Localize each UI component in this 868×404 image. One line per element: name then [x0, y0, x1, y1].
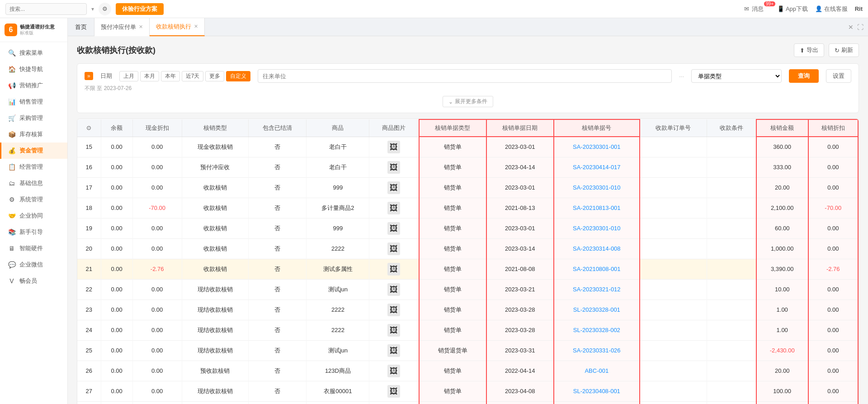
writeoff-bill-no-link[interactable]: ABC-001 [585, 367, 609, 374]
gear-button[interactable]: ⚙ [99, 3, 111, 15]
td-seq: 19 [77, 218, 101, 238]
wechat-icon: 💬 [8, 261, 16, 268]
sidebar-item-wechat[interactable]: 💬 企业微信 [0, 257, 67, 273]
message-label: 消息 [752, 5, 764, 12]
td-writeoff-discount: 0.00 [808, 137, 858, 157]
td-include-settled: 否 [249, 381, 307, 401]
sidebar-item-nav[interactable]: 🏠 快捷导航 [0, 61, 67, 77]
td-product: 多计量商品2 [307, 198, 369, 218]
expand-btn[interactable]: ⌄ 展开更多条件 [443, 96, 493, 107]
query-btn[interactable]: 查询 [789, 69, 819, 83]
from-unit-input[interactable] [258, 69, 672, 83]
td-writeoff-bill-type: 销货单 [419, 157, 486, 177]
td-receipt-condition [707, 198, 756, 218]
sidebar-item-marketing[interactable]: 📢 营销推广 [0, 77, 67, 94]
tab-prepay[interactable]: 预付冲应付单 ✕ [94, 18, 150, 36]
writeoff-bill-no-link[interactable]: SA-20210808-001 [573, 266, 621, 272]
sidebar-item-system[interactable]: ⚙ 系统管理 [0, 191, 67, 208]
date-btn-more[interactable]: 更多 [205, 71, 224, 81]
td-include-settled: 否 [249, 340, 307, 361]
tab-home[interactable]: 首页 [68, 18, 94, 36]
collab-icon: 🤝 [8, 212, 16, 219]
td-cash-discount: 0.00 [132, 218, 182, 238]
export-btn[interactable]: ⬆ 导出 [794, 43, 824, 57]
hardware-icon: 🖥 [8, 245, 16, 252]
writeoff-bill-no-link[interactable]: SL-20230328-002 [573, 327, 620, 333]
date-btn-this-month[interactable]: 本月 [140, 71, 159, 81]
writeoff-bill-no-link[interactable]: SA-20230314-008 [573, 245, 621, 252]
writeoff-bill-no-link[interactable]: SA-20230301-001 [573, 143, 621, 150]
td-balance: 0.00 [101, 238, 132, 259]
table-row: 22 0.00 0.00 现结收款核销 否 测试jun 🖼 销货单 2023-0… [77, 279, 858, 299]
td-writeoff-bill-type: 销货单 [419, 177, 486, 198]
th-product: 商品 [307, 119, 369, 137]
tab-close-writeoff[interactable]: ✕ [194, 24, 198, 29]
sidebar-item-sales[interactable]: 📊 销售管理 [0, 94, 67, 110]
date-btn-last-month[interactable]: 上月 [119, 71, 138, 81]
th-writeoff-bill-type: 核销单据类型 [419, 119, 486, 137]
td-receipt-condition [707, 137, 756, 157]
td-writeoff-bill-type: 销货单 [419, 259, 486, 279]
writeoff-bill-no-link[interactable]: SA-20230331-026 [573, 347, 621, 354]
writeoff-bill-no-link[interactable]: SA-20230414-017 [573, 164, 621, 171]
sales-icon: 📊 [8, 98, 16, 105]
date-label: 日期 [100, 72, 112, 80]
td-writeoff-bill-type: 销货单 [419, 401, 486, 404]
td-writeoff-type: 收款核销 [182, 238, 249, 259]
td-receipt-order-no [640, 299, 707, 320]
message-badge: 99+ [764, 1, 775, 6]
writeoff-bill-no-link[interactable]: SL-20230328-001 [573, 306, 620, 313]
refresh-btn[interactable]: ↻ 刷新 [829, 43, 859, 57]
writeoff-bill-no-link[interactable]: SA-20210813-001 [573, 204, 621, 211]
writeoff-bill-no-link[interactable]: SA-20230301-010 [573, 225, 621, 232]
td-seq: 15 [77, 137, 101, 157]
user-label[interactable]: Rit [855, 5, 863, 12]
app-download-link[interactable]: 📱 App下载 [777, 5, 808, 13]
sidebar-item-operations[interactable]: 📋 经营管理 [0, 159, 67, 175]
date-btn-custom[interactable]: 自定义 [226, 71, 250, 81]
sidebar-item-inventory[interactable]: 📦 库存核算 [0, 126, 67, 143]
message-icon-wrap[interactable]: ✉ 消息 99+ [744, 5, 770, 13]
td-writeoff-discount: 0.00 [808, 401, 858, 404]
close-window-icon[interactable]: ✕ [848, 24, 854, 31]
td-receipt-order-no [640, 157, 707, 177]
td-writeoff-bill-type: 销货退货单 [419, 340, 486, 361]
sidebar-item-collab[interactable]: 🤝 企业协同 [0, 208, 67, 224]
order-type-select[interactable]: 单据类型 [691, 69, 782, 83]
td-writeoff-bill-no: SA-20230414-017 [554, 157, 640, 177]
tab-close-prepay[interactable]: ✕ [139, 24, 143, 30]
chevron-down-icon: ⌄ [448, 99, 453, 105]
table-body: 15 0.00 0.00 现金收款核销 否 老白干 🖼 销货单 2023-03-… [77, 137, 858, 404]
settings-btn[interactable]: 设置 [826, 69, 851, 83]
td-include-settled: 否 [249, 177, 307, 198]
td-writeoff-amount: 100.00 [756, 381, 808, 401]
writeoff-bill-no-link[interactable]: SA-20230321-012 [573, 286, 621, 293]
date-btn-this-year[interactable]: 本年 [161, 71, 180, 81]
td-balance: 0.00 [101, 320, 132, 340]
date-buttons: 上月 本月 本年 近7天 更多 自定义 [119, 71, 251, 81]
sidebar-item-member[interactable]: V 畅会员 [0, 273, 67, 289]
maximize-icon[interactable]: ⛶ [857, 24, 863, 31]
sidebar-item-purchase[interactable]: 🛒 采购管理 [0, 110, 67, 126]
writeoff-bill-no-link[interactable]: SA-20230301-010 [573, 184, 621, 191]
industry-btn[interactable]: 休验行业方案 [116, 3, 164, 15]
online-service-link[interactable]: 👤 在线客服 [815, 5, 848, 13]
marketing-icon: 📢 [8, 82, 16, 89]
writeoff-bill-no-link[interactable]: SL-20230408-001 [573, 388, 620, 394]
tab-bar: 首页 预付冲应付单 ✕ 收款核销执行 ✕ ✕ ⛶ [68, 18, 868, 36]
sidebar-item-search[interactable]: 🔍 搜索菜单 [0, 45, 67, 61]
td-writeoff-bill-date: 2023-03-28 [486, 320, 554, 340]
td-writeoff-bill-type: 销货单 [419, 320, 486, 340]
expand-toggle[interactable]: » [85, 72, 93, 80]
sidebar-item-basics[interactable]: 🗂 基础信息 [0, 175, 67, 191]
td-product: 测试jun [307, 340, 369, 361]
sidebar-item-finance[interactable]: 💰 资金管理 [0, 143, 67, 159]
data-table: ⊙ 余额 现金折扣 核销类型 包含已结清 商品 商品图片 核销单据类型 核销单据… [77, 119, 859, 404]
sidebar-item-hardware[interactable]: 🖥 智能硬件 [0, 240, 67, 257]
dropdown-icon[interactable]: ▾ [91, 6, 94, 12]
date-btn-7days[interactable]: 近7天 [182, 71, 204, 81]
search-input[interactable] [5, 3, 87, 15]
page-header: 收款核销执行(按收款) ⬆ 导出 ↻ 刷新 [77, 43, 859, 57]
tab-writeoff[interactable]: 收款核销执行 ✕ [150, 18, 205, 36]
sidebar-item-guide[interactable]: 📚 新手引导 [0, 224, 67, 240]
